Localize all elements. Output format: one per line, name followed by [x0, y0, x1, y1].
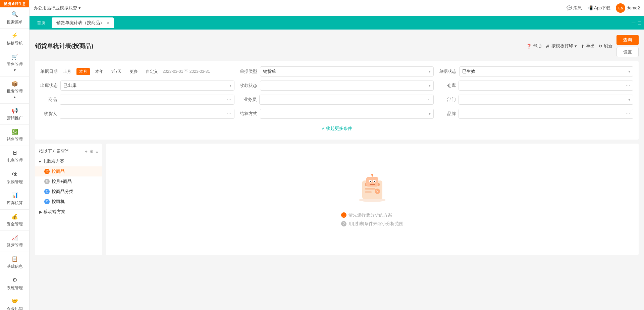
sidebar-item-wholesale[interactable]: 📦 批发管理 ▴: [0, 77, 29, 104]
svg-text:?: ?: [376, 190, 378, 193]
print-arrow-icon: ▾: [575, 44, 577, 49]
sidebar-item-system[interactable]: ⚙ 系统管理: [0, 273, 29, 294]
sidebar-item-basic[interactable]: 📋 基础信息: [0, 252, 29, 273]
date-range-display: 2023-03-01 至 2023-03-31: [163, 69, 210, 74]
setting-button[interactable]: 设置: [616, 47, 639, 57]
sidebar-item-purchase[interactable]: 🛍 采购管理: [0, 167, 29, 188]
goods-value[interactable]: ···: [60, 95, 234, 105]
filter-row-1: 单据日期 上月 本月 本年 近7天 更多 自定义 2023-03-01 至 20…: [40, 66, 633, 76]
filter-panel: 单据日期 上月 本月 本年 近7天 更多 自定义 2023-03-01 至 20…: [35, 61, 639, 140]
mobile-scheme-label: 移动端方案: [44, 209, 65, 215]
settings-scheme-icon[interactable]: ⚙: [90, 149, 94, 154]
tab-maximize-btn[interactable]: □: [638, 20, 641, 26]
svg-rect-3: [365, 188, 375, 190]
help-icon: ❓: [526, 44, 532, 49]
sidebar-item-search[interactable]: 🔍 搜索菜单: [0, 7, 29, 29]
filter-payment: 结算方式 ▾: [240, 109, 434, 119]
search-icon: 🔍: [11, 11, 18, 18]
refresh-btn[interactable]: ↻ 刷新: [599, 43, 612, 49]
app-download-btn[interactable]: 📲 App下载: [587, 5, 610, 11]
download-icon: 📲: [587, 5, 593, 10]
collapse-scheme-icon[interactable]: «: [96, 149, 98, 154]
user-profile[interactable]: Ea demo2: [616, 3, 640, 13]
tab-sales-stats[interactable]: 销货单统计表（按商品） ×: [52, 17, 114, 28]
tab-bar: 首页 销货单统计表（按商品） × ─ □: [30, 16, 644, 30]
date-custom[interactable]: 自定义: [143, 68, 161, 75]
filter-receiver: 收货人 ···: [40, 109, 234, 119]
svg-point-14: [371, 174, 373, 176]
date-this-year[interactable]: 本年: [93, 68, 106, 75]
sidebar-item-sales[interactable]: 💹 销售管理: [0, 125, 29, 146]
salesperson-value[interactable]: ···: [259, 95, 434, 105]
system-icon: ⚙: [12, 276, 17, 284]
scheme-goods-icon: 按: [44, 169, 50, 174]
top-bar: 办公用品行业模拟账套 ▾ 💬 消息 📲 App下载 Ea demo2: [30, 0, 644, 16]
query-button[interactable]: 查询: [616, 35, 639, 45]
warehouse-value[interactable]: ···: [459, 81, 633, 91]
export-icon: ⬆: [581, 44, 585, 49]
sidebar-item-operation[interactable]: 📈 经营管理: [0, 231, 29, 252]
filter-date: 单据日期 上月 本月 本年 近7天 更多 自定义 2023-03-01 至 20…: [40, 68, 234, 75]
tip-item-1: 1 请先选择要分析的方案: [341, 211, 403, 219]
message-btn[interactable]: 💬 消息: [567, 5, 582, 11]
sidebar-item-inventory[interactable]: 📊 库存核算: [0, 188, 29, 209]
warehouse-dots-icon: ···: [626, 83, 630, 89]
doc-status-label: 单据状态: [439, 68, 457, 74]
template-print-btn[interactable]: 🖨 按模板打印 ▾: [546, 43, 577, 49]
sidebar-item-marketing[interactable]: 📢 营销推广: [0, 104, 29, 125]
receipt-status-label: 收款状态: [240, 83, 257, 89]
tab-close-icon[interactable]: ×: [107, 21, 109, 25]
dept-value[interactable]: ▾: [459, 95, 633, 105]
pc-scheme-arrow-icon: ▾: [39, 159, 41, 164]
help-btn[interactable]: ❓ 帮助: [526, 43, 542, 49]
dept-chevron-icon: ▾: [628, 97, 630, 102]
out-status-chevron-icon: ▾: [229, 83, 231, 88]
export-btn[interactable]: ⬆ 导出: [581, 43, 595, 49]
date-quick-selectors: 上月 本月 本年 近7天 更多 自定义: [60, 68, 161, 75]
receiver-value[interactable]: ···: [60, 109, 234, 119]
sidebar-item-ecommerce[interactable]: 🖥 电商管理: [0, 146, 29, 167]
date-more[interactable]: 更多: [127, 68, 141, 75]
app-logo: 畅捷通好生意: [0, 0, 29, 7]
add-scheme-icon[interactable]: +: [85, 149, 88, 154]
scheme-by-cashier[interactable]: 司 按司机: [35, 197, 102, 207]
collapse-filters-btn[interactable]: ∧ 收起更多条件: [40, 123, 633, 134]
brand-value[interactable]: ···: [459, 109, 633, 119]
payment-value[interactable]: ▾: [260, 109, 434, 119]
sidebar-item-finance[interactable]: 💰 资金管理: [0, 210, 29, 231]
pc-scheme-label: 电脑端方案: [43, 158, 64, 164]
sidebar-item-enterprise[interactable]: 🤝 企业协同: [0, 294, 29, 310]
scheme-by-goods-category[interactable]: 类 按商品分类: [35, 187, 102, 197]
receiver-dots-icon: ···: [227, 111, 231, 117]
tab-minimize-btn[interactable]: ─: [632, 20, 635, 26]
ecommerce-icon: 🖥: [12, 149, 17, 157]
doc-status-value[interactable]: 已生效 ▾: [459, 66, 633, 76]
page-actions: ❓ 帮助 🖨 按模板打印 ▾ ⬆ 导出 ↻ 刷新: [526, 43, 612, 49]
sidebar-item-retail[interactable]: 🛒 零售管理 ▾: [0, 50, 29, 77]
payment-chevron-icon: ▾: [429, 111, 431, 116]
out-status-value[interactable]: 已出库 ▾: [60, 81, 234, 91]
industry-selector[interactable]: 办公用品行业模拟账套 ▾: [34, 5, 81, 11]
sidebar: 畅捷通好生意 🔍 搜索菜单 ⚡ 快捷导航 🛒 零售管理 ▾ 📦 批发管理 ▴ 📢…: [0, 0, 30, 310]
scheme-by-goods[interactable]: 按 按商品: [35, 166, 102, 176]
scheme-by-month-goods[interactable]: 月 按月+商品: [35, 176, 102, 187]
sidebar-item-quicknav[interactable]: ⚡ 快捷导航: [0, 29, 29, 50]
brand-dots-icon: ···: [626, 111, 630, 117]
receipt-status-value[interactable]: ▾: [260, 81, 434, 91]
scheme-month-goods-icon: 月: [44, 179, 50, 184]
doc-type-value[interactable]: 销货单 ▾: [260, 66, 434, 76]
date-last-7[interactable]: 近7天: [109, 68, 124, 75]
tab-home[interactable]: 首页: [32, 17, 50, 28]
tip-num-1: 1: [341, 212, 346, 218]
left-panel: 按以下方案查询 + ⚙ « ▾ 电脑端方案 按 按商品: [35, 144, 102, 255]
date-last-month[interactable]: 上月: [60, 68, 74, 75]
receiver-label: 收货人: [40, 111, 57, 117]
salesperson-label: 业务员: [240, 97, 257, 103]
filter-out-status: 出库状态 已出库 ▾: [40, 81, 234, 91]
quicknav-icon: ⚡: [11, 32, 18, 39]
operation-icon: 📈: [11, 234, 18, 242]
filter-receipt-status: 收款状态 ▾: [240, 81, 434, 91]
tip-text-2: 用[过滤]条件来缩小分析范围: [348, 219, 403, 228]
svg-rect-7: [366, 177, 378, 187]
date-this-month[interactable]: 本月: [76, 68, 90, 75]
